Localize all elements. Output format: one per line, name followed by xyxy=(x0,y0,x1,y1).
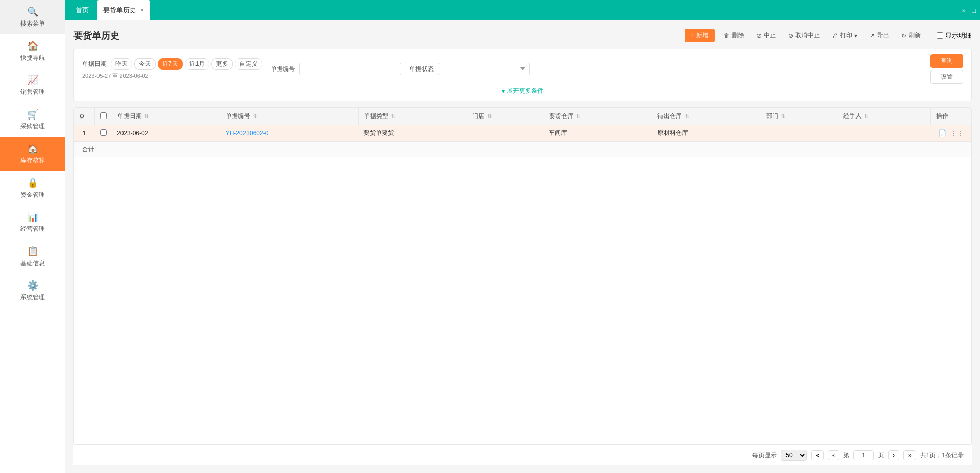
expand-more-btn[interactable]: ▾ 展开更多条件 xyxy=(82,87,963,96)
export-label: 导出 xyxy=(877,31,889,40)
sort-icon-bill-type: ⇅ xyxy=(391,113,395,119)
sidebar-item-search-menu[interactable]: 🔍搜索菜单 xyxy=(0,0,65,34)
stop-icon: ⊘ xyxy=(756,32,762,39)
date-btn-custom[interactable]: 自定义 xyxy=(235,58,262,70)
col-bill-no-header[interactable]: 单据编号 ⇅ xyxy=(220,108,358,125)
col-handler-header[interactable]: 经手人 ⇅ xyxy=(838,108,930,125)
stop-button[interactable]: ⊘ 中止 xyxy=(753,29,779,42)
sidebar-label-ops-mgmt: 经营管理 xyxy=(20,225,45,233)
filter-settings-button[interactable]: 设置 xyxy=(930,70,963,84)
row-action: 📄 ⋮⋮ xyxy=(930,125,971,141)
show-detail-checkbox-wrapper[interactable]: 显示明细 xyxy=(937,31,972,40)
total-label: 合计: xyxy=(82,145,96,154)
last-page-btn[interactable]: » xyxy=(903,450,916,460)
col-bill-date-header[interactable]: 单据日期 ⇅ xyxy=(112,108,220,125)
toolbar-divider xyxy=(930,32,930,40)
sidebar-item-sales-mgmt[interactable]: 📈销售管理 xyxy=(0,68,65,103)
export-button[interactable]: ↗ 导出 xyxy=(867,29,892,42)
sidebar-item-inventory-calc[interactable]: 🏠库存核算 xyxy=(0,137,65,171)
window-maximize-icon[interactable]: □ xyxy=(972,7,976,14)
sort-icon-handler: ⇅ xyxy=(864,113,868,119)
date-btn-yesterday[interactable]: 昨天 xyxy=(111,58,132,70)
row-checkbox[interactable] xyxy=(100,129,107,136)
date-btn-7days[interactable]: 近7天 xyxy=(158,58,183,70)
bill-date-label: 单据日期 xyxy=(82,60,107,68)
window-close-icon[interactable]: × xyxy=(962,7,966,14)
cancel-stop-label: 取消中止 xyxy=(795,31,820,40)
page-suffix: 页 xyxy=(878,451,884,460)
col-pending-wh-header[interactable]: 待出仓库 ⇅ xyxy=(652,108,761,125)
tab-close-icon[interactable]: × xyxy=(140,7,144,14)
row-handler xyxy=(838,125,930,141)
date-btn-today[interactable]: 今天 xyxy=(134,58,156,70)
first-page-btn[interactable]: « xyxy=(811,450,824,460)
query-button[interactable]: 查询 xyxy=(930,54,963,68)
bill-no-label: 单据编号 xyxy=(271,65,295,74)
topbar-right: × □ xyxy=(962,7,976,14)
show-detail-checkbox[interactable] xyxy=(937,32,943,39)
new-button[interactable]: + 新增 xyxy=(685,29,715,42)
col-bill-type-header[interactable]: 单据类型 ⇅ xyxy=(358,108,467,125)
sidebar-item-ops-mgmt[interactable]: 📊经营管理 xyxy=(0,205,65,240)
topbar: 首页 要货单历史 × × □ xyxy=(65,0,980,20)
content-area: 要货单历史 + 新增 🗑 删除 ⊘ 中止 ⊘ 取消中止 🖨 打印 xyxy=(65,20,980,473)
home-tab[interactable]: 首页 xyxy=(69,0,95,20)
row-req-wh: 车间库 xyxy=(544,125,652,141)
sidebar-label-finance-mgmt: 资金管理 xyxy=(20,191,45,199)
active-tab[interactable]: 要货单历史 × xyxy=(97,0,150,20)
bill-no-input[interactable] xyxy=(299,63,401,75)
cancel-stop-button[interactable]: ⊘ 取消中止 xyxy=(785,29,823,42)
per-page-select[interactable]: 50 20 100 xyxy=(781,450,807,461)
prev-page-btn[interactable]: ‹ xyxy=(828,450,839,460)
col-dept-header[interactable]: 部门 ⇅ xyxy=(761,108,838,125)
sidebar-item-base-info[interactable]: 📋基础信息 xyxy=(0,240,65,274)
col-store-header[interactable]: 门店 ⇅ xyxy=(467,108,544,125)
toolbar: + 新增 🗑 删除 ⊘ 中止 ⊘ 取消中止 🖨 打印 ▾ xyxy=(685,29,972,42)
refresh-label: 刷新 xyxy=(909,31,921,40)
sidebar-icon-sys-mgmt: ⚙️ xyxy=(27,280,38,291)
sidebar-label-purchase-mgmt: 采购管理 xyxy=(20,122,45,131)
sidebar-label-base-info: 基础信息 xyxy=(20,259,45,268)
table-row: 1 2023-06-02 YH-20230602-0 要货单要货 车间库 原材料… xyxy=(74,125,971,141)
date-btn-1month[interactable]: 近1月 xyxy=(185,58,210,70)
col-settings-header[interactable]: ⚙ xyxy=(74,108,94,125)
next-page-btn[interactable]: › xyxy=(888,450,899,460)
sidebar-item-sys-mgmt[interactable]: ⚙️系统管理 xyxy=(0,274,65,308)
date-btn-more[interactable]: 更多 xyxy=(211,58,233,70)
sidebar-item-finance-mgmt[interactable]: 🔒资金管理 xyxy=(0,171,65,205)
sidebar-icon-inventory-calc: 🏠 xyxy=(27,143,38,154)
row-store xyxy=(467,125,544,141)
filter-status-group: 单据状态 xyxy=(409,63,922,75)
sidebar-icon-purchase-mgmt: 🛒 xyxy=(27,109,38,120)
delete-button[interactable]: 🗑 删除 xyxy=(721,29,747,42)
row-index: 1 xyxy=(74,125,94,141)
print-icon: 🖨 xyxy=(832,32,838,39)
sidebar-item-quick-nav[interactable]: 🏠快捷导航 xyxy=(0,34,65,68)
bill-no-link[interactable]: YH-20230602-0 xyxy=(226,130,269,137)
delete-icon: 🗑 xyxy=(724,32,730,39)
table-header-row: ⚙ 单据日期 ⇅ 单据编号 ⇅ 单据类型 ⇅ 门店 ⇅ 要货仓库 ⇅ 待出仓库 … xyxy=(74,108,971,125)
select-all-checkbox[interactable] xyxy=(100,112,107,119)
page-title: 要货单历史 xyxy=(74,30,119,42)
bill-status-select[interactable] xyxy=(438,63,530,75)
view-action-icon[interactable]: 📄 xyxy=(938,129,947,137)
print-button[interactable]: 🖨 打印 ▾ xyxy=(829,29,861,42)
col-req-wh-header[interactable]: 要货仓库 ⇅ xyxy=(544,108,652,125)
table-footer: 合计: xyxy=(74,141,971,157)
sidebar-item-purchase-mgmt[interactable]: 🛒采购管理 xyxy=(0,103,65,137)
delete-label: 删除 xyxy=(732,31,744,40)
sidebar-label-quick-nav: 快捷导航 xyxy=(20,54,45,62)
page-number-input[interactable] xyxy=(853,450,874,460)
sidebar: 🔍搜索菜单🏠快捷导航📈销售管理🛒采购管理🏠库存核算🔒资金管理📊经营管理📋基础信息… xyxy=(0,0,65,473)
total-info: 共1页，1条记录 xyxy=(920,451,964,460)
refresh-button[interactable]: ↻ 刷新 xyxy=(898,29,924,42)
sidebar-label-search-menu: 搜索菜单 xyxy=(20,19,45,28)
print-label: 打印 xyxy=(840,31,852,40)
filter-row-1: 单据日期 昨天 今天 近7天 近1月 更多 自定义 2023-05-27 至 2… xyxy=(82,54,963,84)
sidebar-label-sales-mgmt: 销售管理 xyxy=(20,88,45,97)
sort-icon-store: ⇅ xyxy=(487,113,492,119)
sort-icon-pending-wh: ⇅ xyxy=(685,113,689,119)
row-pending-wh: 原材料仓库 xyxy=(652,125,761,141)
more-action-icon[interactable]: ⋮⋮ xyxy=(950,129,964,137)
stop-label: 中止 xyxy=(764,31,776,40)
